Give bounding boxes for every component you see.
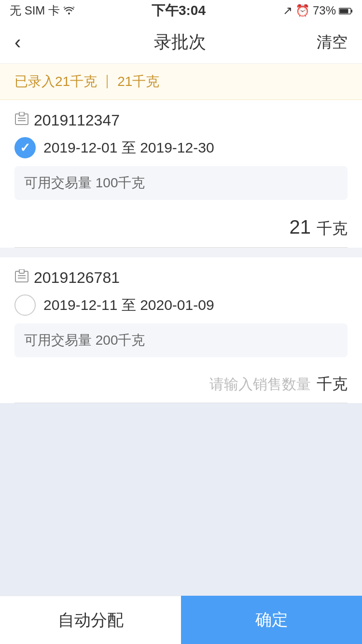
batch-icon-0 [14, 112, 29, 129]
clear-button[interactable]: 清空 [317, 32, 348, 53]
sim-status: 无 SIM 卡 [10, 3, 60, 18]
batch-id-0: 2019112347 [14, 112, 348, 129]
nav-bar: ‹ 录批次 清空 [0, 21, 362, 64]
empty-area [0, 403, 362, 596]
confirm-button[interactable]: 确定 [181, 596, 362, 644]
info-banner: 已录入21千克 21千克 [0, 64, 362, 100]
svg-rect-1 [351, 10, 352, 13]
quantity-placeholder-1[interactable]: 请输入销售数量 [209, 375, 311, 394]
back-button[interactable]: ‹ [14, 31, 43, 53]
volume-box-1: 可用交易量 200千克 [14, 323, 348, 357]
status-bar: 无 SIM 卡 下午3:04 ↗ ⏰ 73% [0, 0, 362, 21]
date-text-0: 2019-12-01 至 2019-12-30 [43, 138, 214, 158]
date-row-0[interactable]: 2019-12-01 至 2019-12-30 [14, 137, 348, 158]
recorded-label: 已录入21千克 [14, 72, 97, 91]
svg-rect-2 [339, 9, 348, 14]
bottom-bar: 自动分配 确定 [0, 596, 362, 644]
volume-box-0: 可用交易量 100千克 [14, 166, 348, 200]
section-gap [0, 248, 362, 257]
auto-distribute-button[interactable]: 自动分配 [0, 596, 181, 644]
date-text-1: 2019-12-11 至 2020-01-09 [43, 295, 214, 315]
alarm-icon: ⏰ [295, 4, 310, 17]
batch-id-text-0: 2019112347 [34, 112, 120, 129]
total-label: 21千克 [117, 72, 159, 91]
batch-id-1: 2019126781 [14, 269, 348, 287]
status-left: 无 SIM 卡 [10, 3, 74, 18]
page-title: 录批次 [154, 30, 206, 54]
radio-0[interactable] [14, 137, 36, 158]
item-card-1: 2019126781 2019-12-11 至 2020-01-09 可用交易量… [0, 257, 362, 403]
wifi-icon [64, 4, 74, 17]
battery-icon [339, 4, 352, 17]
status-time: 下午3:04 [152, 1, 206, 20]
quantity-row-0: 21 千克 [0, 211, 362, 247]
batch-icon-1 [14, 269, 29, 286]
quantity-unit-1: 千克 [317, 374, 348, 395]
banner-divider [107, 75, 108, 88]
quantity-value-0: 21 [290, 216, 311, 238]
location-icon: ↗ [283, 4, 292, 17]
svg-rect-8 [19, 269, 24, 273]
battery-percent: 73% [313, 4, 336, 17]
status-right: ↗ ⏰ 73% [283, 4, 352, 17]
svg-rect-4 [19, 112, 24, 116]
batch-id-text-1: 2019126781 [34, 269, 120, 287]
date-row-1[interactable]: 2019-12-11 至 2020-01-09 [14, 294, 348, 316]
quantity-row-1[interactable]: 请输入销售数量 千克 [0, 369, 362, 403]
item-card-0: 2019112347 2019-12-01 至 2019-12-30 可用交易量… [0, 100, 362, 248]
radio-1[interactable] [14, 294, 36, 316]
quantity-unit-0: 千克 [317, 218, 348, 239]
